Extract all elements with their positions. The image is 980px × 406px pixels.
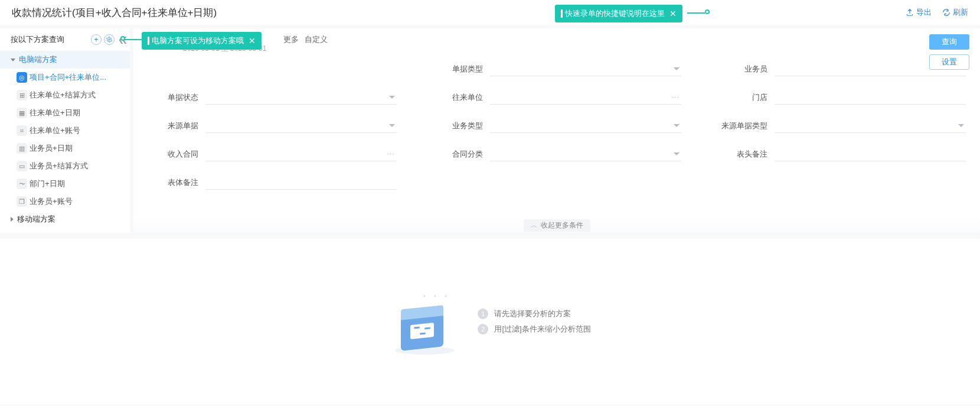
sidebar-item[interactable]: 〜部门+日期 [0,175,130,193]
filter-field: 来源单据 [148,119,397,133]
tip-anchor-dot [705,9,710,14]
page-title: 收款情况统计(项目+收入合同+往来单位+日期) [12,6,217,20]
tip-anchor-dot [120,36,125,41]
filter-input[interactable] [775,119,966,133]
scheme-settings-button[interactable] [104,34,115,45]
filter-input[interactable]: ··· [490,90,681,105]
empty-state: · · · 1请先选择要分析的方案 2用[过滤]条件来缩小分析范围 [0,239,980,404]
scheme-tree: 电脑端方案◎项目+合同+往来单位...⊞往来单位+结算方式▦往来单位+日期⌗往来… [0,51,130,228]
filter-input[interactable] [775,147,966,161]
filter-label: 表体备注 [148,177,198,188]
filter-field: 单据类型 [432,62,681,76]
filter-input[interactable] [205,119,397,133]
trend-icon: 〜 [17,178,27,189]
empty-step-1: 请先选择要分析的方案 [494,308,571,319]
export-link[interactable]: 导出 [906,7,932,18]
collapse-filters[interactable]: ︿ 收起更多条件 [133,217,980,233]
filter-label: 门店 [717,92,767,103]
sidebar-group[interactable]: 移动端方案 [0,210,130,228]
chevron-down-icon [674,152,680,155]
sidebar-item-label: 往来单位+结算方式 [30,90,96,100]
cube-icon: ❒ [17,196,27,207]
filter-field: 来源单据类型 [717,119,966,133]
chevron-up-icon: ︿ [531,223,537,227]
more-icon: ··· [387,149,395,158]
sidebar-item-label: 往来单位+账号 [30,125,80,136]
target-icon: ◎ [17,72,27,83]
card-icon: ▭ [17,161,27,171]
date-range-text: 2023-03-01 至 2023-03-31 [148,44,966,54]
tip-mobile-close[interactable]: ✕ [249,36,256,46]
sidebar-item[interactable]: ▭业务员+结算方式 [0,157,130,175]
refresh-icon [942,8,950,17]
filter-panel: 更多 自定义 2023-03-01 至 2023-03-31 单据类型业务员··… [133,28,980,233]
sidebar-group[interactable]: 电脑端方案 [0,51,130,69]
filter-field: 业务员··· [717,62,966,76]
filter-label: 来源单据 [148,121,198,131]
filter-label: 合同分类 [432,149,483,160]
filter-field: 业务类型 [432,119,681,133]
more-icon: ··· [671,92,680,101]
sidebar-item-label: 往来单位+日期 [30,108,80,118]
filter-field: 往来单位··· [432,90,681,105]
filter-input[interactable] [775,90,966,105]
filter-field: 合同分类 [432,147,681,161]
chevron-right-icon [11,217,14,222]
filter-label: 来源单据类型 [717,121,767,131]
filter-input[interactable] [490,147,681,161]
add-scheme-button[interactable]: + [91,34,102,45]
filter-input[interactable] [205,176,397,190]
grid-icon: ⊞ [17,90,27,100]
empty-step-2: 用[过滤]条件来缩小分析范围 [494,324,590,334]
svg-point-0 [109,39,110,41]
sidebar-item[interactable]: ❒业务员+账号 [0,193,130,210]
sidebar-item[interactable]: ⊞往来单位+结算方式 [0,86,130,104]
filter-field: 表体备注 [148,176,397,190]
tab-custom[interactable]: 自定义 [305,34,328,45]
chevron-down-icon [389,96,395,99]
tip-bar-icon [561,9,563,18]
tab-more[interactable]: 更多 [283,34,299,45]
sidebar-item-label: 部门+日期 [30,178,65,189]
filter-form: 单据类型业务员···单据状态往来单位···门店来源单据业务类型来源单据类型收入合… [148,62,966,190]
chevron-down-icon [674,67,680,70]
filter-input[interactable]: ··· [205,147,397,161]
filter-label: 往来单位 [432,92,483,103]
chevron-down-icon [389,124,395,127]
tip-connector [124,39,142,40]
filter-field: 收入合同··· [148,147,397,161]
settings-button[interactable]: 设置 [929,54,969,70]
query-button[interactable]: 查询 [929,34,969,50]
filter-field: 单据状态 [148,90,397,105]
export-icon [906,8,914,17]
sidebar-item[interactable]: ◎项目+合同+往来单位... [0,69,130,86]
chevron-down-icon [674,124,680,127]
sidebar-item-label: 项目+合同+往来单位... [30,72,106,83]
refresh-link[interactable]: 刷新 [942,7,968,18]
filter-input[interactable] [205,90,397,105]
filter-label: 表头备注 [717,149,767,160]
sidebar-item[interactable]: ▦往来单位+日期 [0,104,130,122]
tip-connector [687,12,705,14]
gear-icon [106,37,112,43]
tip-shortcut-close[interactable]: ✕ [669,9,677,18]
filter-label: 业务员 [717,64,767,74]
filter-label: 收入合同 [148,149,198,160]
sidebar-item[interactable]: ▥业务员+日期 [0,139,130,157]
chevron-down-icon [11,59,15,61]
filter-input[interactable] [490,119,681,133]
sidebar-title: 按以下方案查询 [11,34,64,45]
acct-icon: ⌗ [17,125,27,136]
filter-input[interactable] [490,62,681,76]
sidebar-group-label: 移动端方案 [17,214,55,225]
bar-icon: ▥ [17,143,27,154]
sidebar-item-label: 业务员+日期 [30,143,73,154]
step-badge: 1 [478,308,488,319]
chevron-down-icon [958,124,964,127]
filter-field: 表头备注 [717,147,966,161]
step-badge: 2 [478,324,488,334]
sidebar-group-label: 电脑端方案 [19,54,57,65]
sidebar-item[interactable]: ⌗往来单位+账号 [0,122,130,139]
cal-icon: ▦ [17,108,27,118]
filter-label: 单据类型 [432,64,483,74]
